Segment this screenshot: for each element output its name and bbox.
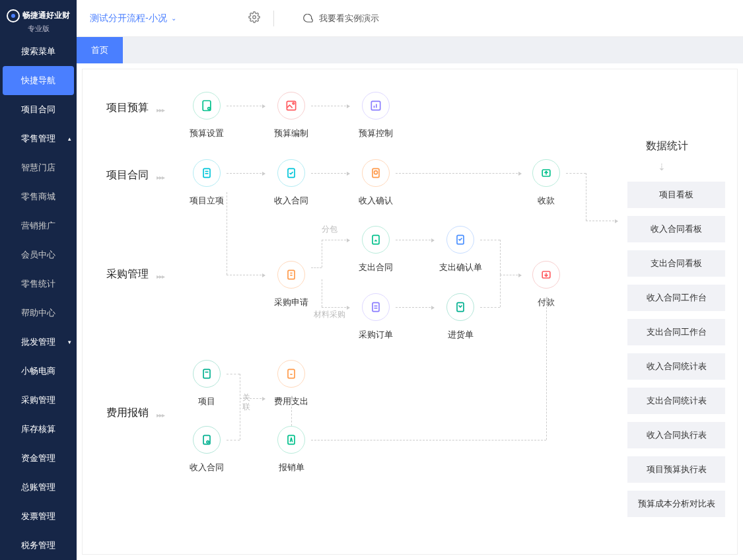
money-in-icon bbox=[540, 166, 553, 180]
contract-icon bbox=[200, 433, 213, 446]
sidebar-item-wholesale[interactable]: 批发管理▾ bbox=[0, 328, 77, 357]
org-name: 测试分开流程-小况 bbox=[90, 13, 167, 24]
stat-btn-1[interactable]: 收入合同看板 bbox=[627, 216, 725, 242]
node-budget-compile[interactable]: 预算编制 bbox=[265, 92, 318, 139]
main-area: 项目预算 ▸▸▸ 项目合同 ▸▸▸ 采购管理 ▸▸▸ 费用报销 ▸▸▸ 预算设置… bbox=[77, 63, 743, 560]
svg-rect-27 bbox=[203, 369, 210, 378]
sidebar-item-quicknav[interactable]: 快捷导航 bbox=[3, 66, 74, 95]
brand-name: 畅捷通好业财 bbox=[22, 10, 70, 21]
chart-icon bbox=[369, 99, 382, 112]
sidebar-item-inventory[interactable]: 库存核算 bbox=[0, 415, 77, 444]
stat-btn-8[interactable]: 项目预算执行表 bbox=[627, 456, 725, 483]
chevron-down-icon: ⌄ bbox=[171, 15, 176, 22]
sidebar-sub-retailstats[interactable]: 零售统计 bbox=[0, 269, 77, 298]
label-related: 关 联 bbox=[242, 393, 250, 412]
sidebar-sub-help[interactable]: 帮助中心 bbox=[0, 298, 77, 328]
svg-rect-12 bbox=[372, 168, 379, 177]
stat-btn-2[interactable]: 支出合同看板 bbox=[627, 250, 725, 277]
label-material: 材料采购 bbox=[314, 309, 345, 320]
stat-btn-3[interactable]: 收入合同工作台 bbox=[627, 285, 725, 311]
svg-point-4 bbox=[293, 102, 295, 104]
stats-title: 数据统计 bbox=[646, 139, 688, 153]
sidebar-item-purchase[interactable]: 采购管理 bbox=[0, 386, 77, 415]
demo-link[interactable]: 我要看实例演示 bbox=[303, 13, 379, 24]
sidebar-item-ecommerce[interactable]: 小畅电商 bbox=[0, 357, 77, 386]
brand-edition: 专业版 bbox=[28, 24, 50, 34]
inbound-icon bbox=[454, 300, 467, 314]
contract-out-icon bbox=[369, 233, 382, 246]
node-budget-setting[interactable]: 预算设置 bbox=[180, 92, 233, 139]
tab-home[interactable]: 首页 bbox=[77, 37, 123, 63]
svg-rect-21 bbox=[372, 302, 379, 311]
stat-btn-7[interactable]: 收入合同执行表 bbox=[627, 422, 725, 448]
sidebar-item-retail[interactable]: 零售管理▴ bbox=[0, 124, 77, 153]
tabbar: 首页 bbox=[77, 37, 743, 63]
stats-arrow-icon: ⇣ bbox=[658, 162, 666, 172]
order-icon bbox=[369, 300, 382, 314]
sidebar: 畅捷通好业财 专业版 搜索菜单 快捷导航 项目合同 零售管理▴ 智慧门店 零售商… bbox=[0, 0, 77, 560]
sidebar-sub-smartstore[interactable]: 智慧门店 bbox=[0, 153, 77, 182]
expense-icon bbox=[285, 367, 298, 380]
stat-btn-4[interactable]: 支出合同工作台 bbox=[627, 319, 725, 345]
stamp-icon bbox=[369, 166, 382, 180]
node-project-setup[interactable]: 项目立项 bbox=[180, 159, 233, 207]
org-selector[interactable]: 测试分开流程-小况 ⌄ bbox=[90, 13, 235, 24]
brand-logo-icon bbox=[7, 9, 20, 22]
brand-logo: 畅捷通好业财 专业版 bbox=[0, 0, 77, 37]
caret-down-icon: ▾ bbox=[68, 339, 71, 345]
caret-up-icon: ▴ bbox=[68, 135, 71, 142]
row-label-budget: 项目预算 bbox=[106, 101, 149, 115]
reimburse-icon bbox=[285, 433, 298, 446]
row-label-expense: 费用报销 bbox=[106, 406, 149, 420]
stat-btn-0[interactable]: 项目看板 bbox=[627, 182, 725, 208]
stat-btn-9[interactable]: 预算成本分析对比表 bbox=[627, 491, 725, 517]
sidebar-sub-marketing[interactable]: 营销推广 bbox=[0, 211, 77, 240]
project-icon bbox=[200, 367, 213, 380]
node-project[interactable]: 项目 bbox=[180, 360, 233, 407]
sidebar-sub-retailmall[interactable]: 零售商城 bbox=[0, 182, 77, 211]
topbar: 测试分开流程-小况 ⌄ 我要看实例演示 bbox=[77, 0, 743, 37]
clipboard-icon bbox=[200, 166, 213, 180]
node-income-contract2[interactable]: 收入合同 bbox=[180, 426, 233, 473]
node-inbound[interactable]: 进货单 bbox=[434, 293, 487, 341]
sidebar-item-invoice[interactable]: 发票管理 bbox=[0, 502, 77, 531]
node-expense-confirm[interactable]: 支出确认单 bbox=[434, 226, 487, 273]
node-purchase-order[interactable]: 采购订单 bbox=[349, 293, 402, 341]
sidebar-item-tax[interactable]: 税务管理 bbox=[0, 531, 77, 560]
document-check-icon bbox=[285, 166, 298, 180]
sidebar-sub-member[interactable]: 会员中心 bbox=[0, 240, 77, 269]
node-income-confirm[interactable]: 收入确认 bbox=[349, 159, 402, 207]
node-income-contract[interactable]: 收入合同 bbox=[265, 159, 318, 207]
row-label-contract: 项目合同 bbox=[106, 168, 149, 182]
label-subcontract: 分包 bbox=[322, 224, 337, 235]
document-gear-icon bbox=[200, 99, 213, 112]
money-out-icon bbox=[540, 268, 553, 281]
flow-canvas: 项目预算 ▸▸▸ 项目合同 ▸▸▸ 采购管理 ▸▸▸ 费用报销 ▸▸▸ 预算设置… bbox=[82, 69, 738, 555]
cloud-icon bbox=[303, 14, 315, 23]
node-purchase-request[interactable]: 采购申请 bbox=[265, 261, 318, 308]
node-reimburse[interactable]: 报销单 bbox=[265, 426, 318, 473]
sidebar-item-ledger[interactable]: 总账管理 bbox=[0, 473, 77, 502]
stat-btn-5[interactable]: 收入合同统计表 bbox=[627, 353, 725, 380]
node-expense-contract[interactable]: 支出合同 bbox=[349, 226, 402, 273]
row-label-purchase: 采购管理 bbox=[106, 267, 149, 281]
node-budget-control[interactable]: 预算控制 bbox=[349, 92, 402, 139]
confirm-doc-icon bbox=[454, 233, 467, 246]
node-receipt[interactable]: 收款 bbox=[520, 159, 573, 207]
sidebar-search[interactable]: 搜索菜单 bbox=[0, 37, 77, 66]
sidebar-item-project-contract[interactable]: 项目合同 bbox=[0, 95, 77, 124]
stats-list: 项目看板 收入合同看板 支出合同看板 收入合同工作台 支出合同工作台 收入合同统… bbox=[627, 182, 725, 517]
image-icon bbox=[285, 99, 298, 112]
svg-point-32 bbox=[207, 441, 209, 443]
svg-point-13 bbox=[374, 171, 378, 174]
svg-point-0 bbox=[253, 15, 256, 18]
svg-point-2 bbox=[208, 108, 210, 110]
stat-btn-6[interactable]: 支出合同统计表 bbox=[627, 388, 725, 414]
sidebar-item-funds[interactable]: 资金管理 bbox=[0, 444, 77, 473]
gear-icon[interactable] bbox=[248, 11, 260, 26]
request-icon bbox=[285, 268, 298, 281]
